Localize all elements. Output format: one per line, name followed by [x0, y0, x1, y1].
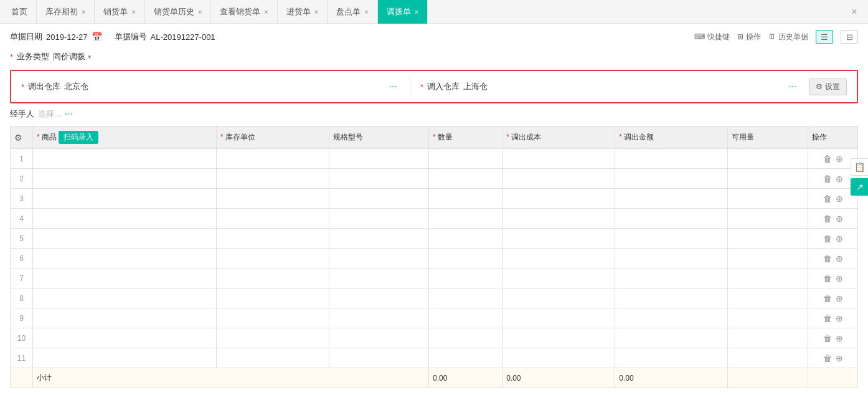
delete-icon[interactable]: 🗑 — [823, 333, 832, 343]
th-settings[interactable]: ⚙ — [11, 126, 33, 149]
delete-icon[interactable]: 🗑 — [823, 353, 832, 363]
copy-icon[interactable]: ⊕ — [836, 313, 843, 323]
product-cell[interactable] — [33, 209, 217, 229]
out-warehouse-more-button[interactable]: ··· — [387, 81, 400, 92]
qty-cell[interactable] — [429, 328, 502, 348]
close-icon[interactable]: × — [82, 8, 85, 16]
operation-action[interactable]: ⊞ 操作 — [737, 32, 761, 42]
handler-more-button[interactable]: ··· — [65, 108, 73, 120]
tab-purchase[interactable]: 进货单 × — [278, 0, 328, 24]
close-icon[interactable]: × — [131, 8, 135, 16]
spec-cell — [329, 189, 428, 209]
sidebar-expand-button[interactable]: ↗ — [851, 178, 868, 196]
table-row: 10🗑⊕ — [11, 328, 858, 348]
delete-icon[interactable]: 🗑 — [823, 194, 832, 204]
available-cell — [728, 169, 808, 189]
delete-icon[interactable]: 🗑 — [823, 274, 832, 283]
grid-view-button[interactable]: ⊟ — [841, 30, 858, 44]
qty-cell[interactable] — [429, 288, 502, 308]
tab-view-sales[interactable]: 查看销货单 × — [211, 0, 277, 24]
cost-cell[interactable] — [502, 189, 615, 209]
qty-cell[interactable] — [429, 229, 502, 249]
delete-icon[interactable]: 🗑 — [823, 154, 832, 164]
calendar-icon[interactable]: 📅 — [92, 32, 102, 42]
copy-icon[interactable]: ⊕ — [836, 333, 843, 343]
available-cell — [728, 308, 808, 328]
product-cell[interactable] — [33, 288, 217, 308]
cost-cell[interactable] — [502, 249, 615, 269]
business-type-dropdown[interactable]: 同价调拨 ▾ — [53, 51, 92, 62]
row-num: 7 — [11, 269, 33, 288]
qty-cell[interactable] — [429, 169, 502, 189]
cost-cell[interactable] — [502, 328, 615, 348]
qty-cell[interactable] — [429, 149, 502, 169]
window-close-button[interactable]: × — [843, 0, 866, 24]
delete-icon[interactable]: 🗑 — [823, 313, 832, 323]
form-row: * 业务类型 同价调拨 ▾ — [10, 51, 858, 62]
tab-inventory-init[interactable]: 库存期初 × — [37, 0, 95, 24]
table-row: 8🗑⊕ — [11, 288, 858, 308]
subtotal-amount: 0.00 — [615, 368, 728, 388]
th-spec: 规格型号 — [329, 126, 428, 149]
copy-icon[interactable]: ⊕ — [836, 174, 843, 184]
grid-icon: ⊞ — [737, 32, 743, 41]
qty-cell[interactable] — [429, 348, 502, 368]
copy-icon[interactable]: ⊕ — [836, 293, 843, 303]
handler-placeholder[interactable]: 选择... — [38, 108, 61, 120]
qty-cell[interactable] — [429, 308, 502, 328]
th-amount: * 调出金额 — [615, 126, 728, 149]
product-cell[interactable] — [33, 308, 217, 328]
delete-icon[interactable]: 🗑 — [823, 214, 832, 224]
tab-inventory-check[interactable]: 盘点单 × — [328, 0, 377, 24]
available-cell — [728, 149, 808, 169]
cost-cell[interactable] — [502, 269, 615, 288]
qty-cell[interactable] — [429, 249, 502, 269]
product-cell[interactable] — [33, 348, 217, 368]
delete-icon[interactable]: 🗑 — [823, 293, 832, 303]
close-icon[interactable]: × — [415, 8, 418, 16]
copy-icon[interactable]: ⊕ — [836, 274, 843, 283]
copy-icon[interactable]: ⊕ — [836, 194, 843, 204]
in-warehouse-more-button[interactable]: ··· — [786, 81, 799, 92]
tab-home[interactable]: 首页 — [2, 0, 37, 24]
product-cell[interactable] — [33, 149, 217, 169]
tab-sales-history[interactable]: 销货单历史 × — [145, 0, 211, 24]
product-cell[interactable] — [33, 169, 217, 189]
close-icon[interactable]: × — [314, 8, 318, 16]
product-cell[interactable] — [33, 269, 217, 288]
product-cell[interactable] — [33, 249, 217, 269]
cost-cell[interactable] — [502, 348, 615, 368]
cost-cell[interactable] — [502, 229, 615, 249]
qty-cell[interactable] — [429, 209, 502, 229]
cost-cell[interactable] — [502, 209, 615, 229]
cost-cell[interactable] — [502, 308, 615, 328]
copy-icon[interactable]: ⊕ — [836, 353, 843, 363]
sidebar-notes-button[interactable]: 📋 — [851, 158, 868, 176]
close-icon[interactable]: × — [364, 8, 368, 16]
scan-button[interactable]: 扫码录入 — [59, 131, 98, 144]
close-icon[interactable]: × — [198, 8, 202, 16]
cost-cell[interactable] — [502, 149, 615, 169]
copy-icon[interactable]: ⊕ — [836, 214, 843, 224]
tab-sales[interactable]: 销货单 × — [95, 0, 144, 24]
product-cell[interactable] — [33, 328, 217, 348]
history-action[interactable]: 🗓 历史单据 — [768, 32, 808, 42]
product-cell[interactable] — [33, 189, 217, 209]
delete-icon[interactable]: 🗑 — [823, 174, 832, 184]
delete-icon[interactable]: 🗑 — [823, 254, 832, 264]
qty-cell[interactable] — [429, 269, 502, 288]
product-cell[interactable] — [33, 229, 217, 249]
close-icon[interactable]: × — [264, 8, 268, 16]
table-row: 2🗑⊕ — [11, 169, 858, 189]
copy-icon[interactable]: ⊕ — [836, 154, 843, 164]
cost-cell[interactable] — [502, 169, 615, 189]
delete-icon[interactable]: 🗑 — [823, 234, 832, 244]
settings-button[interactable]: ⚙ 设置 — [809, 79, 847, 95]
copy-icon[interactable]: ⊕ — [836, 234, 843, 244]
qty-cell[interactable] — [429, 189, 502, 209]
list-view-button[interactable]: ☰ — [816, 30, 833, 44]
cost-cell[interactable] — [502, 288, 615, 308]
tab-transfer[interactable]: 调拨单 × — [378, 0, 428, 24]
shortcut-action[interactable]: ⌨ 快捷键 — [694, 32, 730, 42]
copy-icon[interactable]: ⊕ — [836, 254, 843, 264]
